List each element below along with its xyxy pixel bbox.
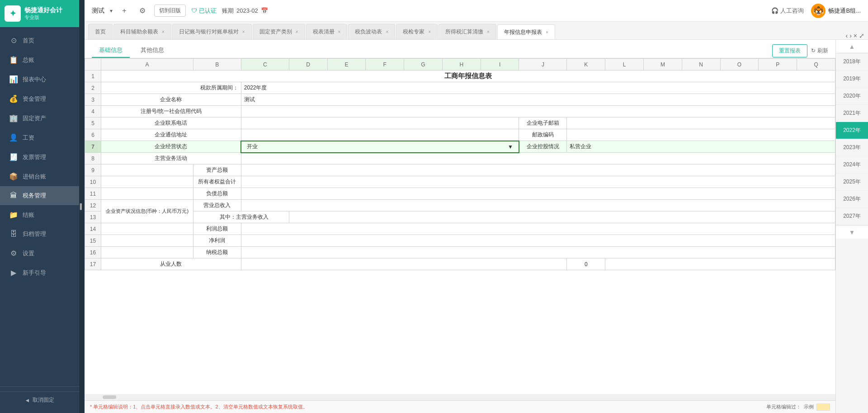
tab-close-tax-wave[interactable]: ×	[386, 29, 388, 34]
profit-value[interactable]	[241, 223, 835, 235]
sidebar-item-invoice[interactable]: 🧾发票管理	[0, 147, 79, 167]
sidebar-item-settings[interactable]: ⚙设置	[0, 244, 79, 263]
postcode-value[interactable]	[567, 129, 835, 141]
biz-status-value[interactable]: 开业 ▼	[241, 141, 519, 153]
year-item-2026[interactable]: 2026年	[836, 191, 868, 208]
tab-tax-clear[interactable]: 税表清册×	[306, 24, 348, 39]
topbar-add-btn[interactable]: +	[118, 5, 131, 17]
employees-value[interactable]	[241, 258, 567, 270]
tab-next-btn[interactable]: ›	[849, 32, 852, 39]
revenue-value[interactable]	[241, 200, 835, 211]
tab-aux[interactable]: 科目辅助余额表×	[113, 24, 171, 39]
sidebar-item-archive[interactable]: 🗄归档管理	[0, 225, 79, 244]
table-row: 10 所有者权益合计	[85, 176, 835, 188]
tab-expand-btn[interactable]: ⤢	[859, 32, 864, 39]
tab-prev-btn[interactable]: ‹	[845, 32, 848, 39]
net-profit-value[interactable]	[241, 235, 835, 247]
sidebar-label-payroll: 工资	[23, 134, 34, 142]
topbar-settings-btn[interactable]: ⚙	[136, 5, 149, 17]
table-row: 5 企业联系电话 企业电子邮箱	[85, 117, 835, 129]
tab-home[interactable]: 首页	[88, 24, 113, 39]
year-item-2022[interactable]: 2022年	[836, 122, 868, 139]
tab-close-tax-expert[interactable]: ×	[428, 29, 431, 34]
year-item-2021[interactable]: 2021年	[836, 105, 868, 122]
year-item-2023[interactable]: 2023年	[836, 139, 868, 156]
tab-fixed[interactable]: 固定资产类别×	[253, 24, 305, 39]
phone-value[interactable]	[241, 117, 519, 129]
sidebar-item-inventory[interactable]: 📦进销台账	[0, 167, 79, 186]
tab-annual-report[interactable]: 年报信息申报表×	[497, 24, 555, 40]
row-num-13: 13	[85, 211, 101, 223]
refresh-btn[interactable]: ↻ 刷新	[811, 44, 828, 57]
tab-close-fixed[interactable]: ×	[296, 29, 298, 34]
sidebar-label-settings: 设置	[23, 249, 34, 258]
sidebar: ✦ 畅捷通好会计 专业版 ⊙首页📋总账📊报表中心💰资金管理🏢固定资产👤工资🧾发票…	[0, 0, 79, 413]
fund-icon: 💰	[9, 94, 18, 103]
consult-label: 人工咨询	[780, 7, 804, 15]
sidebar-item-asset[interactable]: 🏢固定资产	[0, 108, 79, 128]
table-title-cell[interactable]: 工商年报信息表	[101, 70, 835, 82]
sidebar-item-report[interactable]: 📊报表中心	[0, 70, 79, 89]
address-value[interactable]	[241, 129, 519, 141]
reset-btn[interactable]: 重置报表	[772, 44, 807, 57]
spreadsheet-scroll[interactable]: A B C D E F G H I J K L	[85, 58, 835, 394]
tab-close-aux[interactable]: ×	[162, 29, 165, 34]
h-scrollbar[interactable]	[85, 394, 835, 400]
section-cell-16a	[101, 247, 193, 258]
tab-income-tax[interactable]: 所得税汇算清缴×	[439, 24, 496, 39]
tab-close-annual-report[interactable]: ×	[546, 30, 548, 35]
year-item-2020[interactable]: 2020年	[836, 88, 868, 105]
section-cell-11a	[101, 188, 193, 200]
consult-btn[interactable]: 🎧 人工咨询	[771, 7, 804, 15]
col-e: E	[327, 59, 366, 70]
year-item-2024[interactable]: 2024年	[836, 156, 868, 174]
year-scroll-up[interactable]: ▲	[836, 40, 868, 53]
main-biz-value[interactable]	[241, 153, 835, 164]
total-assets-value[interactable]	[241, 164, 835, 176]
tab-close-all-btn[interactable]: ×	[854, 32, 857, 39]
tab-journal[interactable]: 日记账与银行对账单核对×	[172, 24, 252, 39]
tax-total-value[interactable]	[241, 247, 835, 258]
sidebar-item-payroll[interactable]: 👤工资	[0, 128, 79, 147]
equity-value[interactable]	[241, 176, 835, 188]
row-num-2: 2	[85, 82, 101, 94]
year-item-2019[interactable]: 2019年	[836, 70, 868, 88]
subtab-other[interactable]: 其他信息	[133, 43, 171, 58]
sidebar-item-guide[interactable]: ▶新手引导	[0, 263, 79, 282]
tab-close-tax-clear[interactable]: ×	[338, 29, 341, 34]
period-value-cell[interactable]: 2022年度	[241, 82, 835, 94]
footer-note: * 单元格编辑说明：1、点击单元格直接录入数值或文本。2、清空单元格数值或文本恢…	[90, 404, 766, 410]
sidebar-item-close[interactable]: 📁结账	[0, 205, 79, 225]
reg-code-value[interactable]	[241, 106, 835, 117]
main-revenue-value[interactable]	[289, 211, 835, 223]
tab-tax-wave[interactable]: 税负波动表×	[348, 24, 395, 39]
sidebar-item-fund[interactable]: 💰资金管理	[0, 89, 79, 108]
topbar-dropdown[interactable]: ▾	[110, 8, 113, 14]
sidebar-item-home[interactable]: ⊙首页	[0, 31, 79, 50]
topbar-old-version-btn[interactable]: 切到旧版	[154, 5, 186, 17]
refresh-icon: ↻	[811, 47, 816, 54]
user-menu[interactable]: 🐯 畅捷通B组...	[811, 4, 861, 18]
col-d: D	[289, 59, 327, 70]
year-item-2027[interactable]: 2027年	[836, 208, 868, 225]
tab-close-income-tax[interactable]: ×	[487, 29, 490, 34]
tab-close-journal[interactable]: ×	[242, 29, 245, 34]
period-value: 2023-02	[236, 7, 258, 14]
col-k: K	[567, 59, 605, 70]
sidebar-item-ledger[interactable]: 📋总账	[0, 50, 79, 70]
calendar-icon[interactable]: 📅	[261, 7, 268, 14]
tab-tax-expert[interactable]: 税检专家×	[396, 24, 438, 39]
subtab-basic[interactable]: 基础信息	[92, 43, 130, 58]
email-value[interactable]	[567, 117, 835, 129]
sidebar-label-guide: 新手引导	[23, 269, 46, 277]
liabilities-value[interactable]	[241, 188, 835, 200]
year-item-2025[interactable]: 2025年	[836, 174, 868, 191]
year-item-2018[interactable]: 2018年	[836, 53, 868, 70]
sidebar-item-tax[interactable]: 🏛税务管理	[0, 186, 79, 205]
sidebar-collapse-btn[interactable]: ▌	[79, 0, 85, 413]
cancel-fixed-btn[interactable]: ◄ 取消固定	[0, 391, 79, 408]
holding-value[interactable]: 私营企业	[567, 141, 835, 153]
year-scroll-down[interactable]: ▼	[836, 225, 868, 239]
company-name-value[interactable]: 测试	[241, 94, 835, 106]
spreadsheet-area: 基础信息 其他信息 重置报表 ↻ 刷新	[85, 40, 835, 413]
